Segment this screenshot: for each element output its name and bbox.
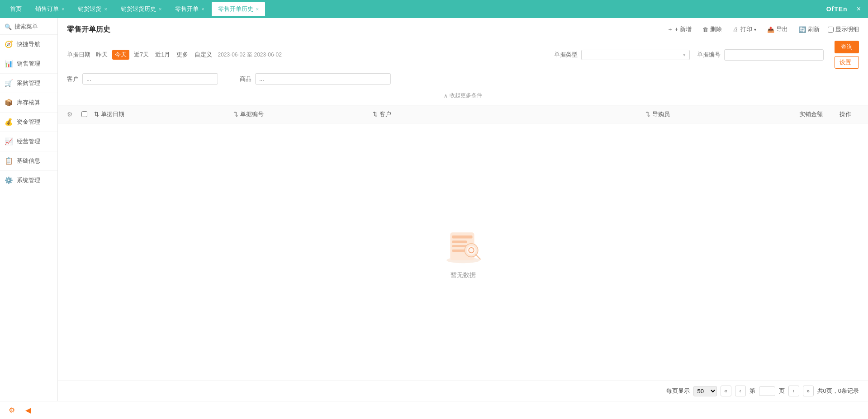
date-shortcut-today[interactable]: 今天 <box>112 50 129 60</box>
tab-close-retail-open-history[interactable]: × <box>256 6 259 12</box>
delete-label: 删除 <box>710 25 722 33</box>
query-button[interactable]: 查询 <box>835 41 859 53</box>
delete-icon: 🗑 <box>702 26 708 33</box>
th-date-text: 单据日期 <box>101 110 124 118</box>
settings-button[interactable]: 设置 <box>835 56 859 69</box>
tab-sales-return[interactable]: 销货退货× <box>71 2 113 16</box>
th-no-sort-icon: ⇅ <box>233 111 238 118</box>
sidebar-label-finance: 资金管理 <box>17 118 40 126</box>
date-shortcut-last1m[interactable]: 近1月 <box>153 50 172 60</box>
th-amount: 实销金额 <box>782 110 827 118</box>
sidebar-items-container: 🧭快捷导航📊销售管理🛒采购管理📦库存核算💰资金管理📈经营管理📋基础信息⚙️系统管… <box>0 35 57 190</box>
sidebar-search-label: 搜索菜单 <box>14 23 38 31</box>
table-area: ⚙ ⇅ 单据日期 ⇅ 单据编号 ⇅ 客户 ⇅ <box>58 105 868 381</box>
product-input[interactable] <box>255 73 391 85</box>
window-close-button[interactable]: × <box>857 5 861 13</box>
page-title: 零售开单历史 <box>67 25 110 34</box>
th-no-text: 单据编号 <box>240 110 264 118</box>
doctype-arrow-icon: ▾ <box>683 52 686 58</box>
export-icon: 📤 <box>767 26 774 33</box>
doctype-select[interactable]: ▾ <box>581 50 690 60</box>
collapse-bar[interactable]: ∧ 收起更多条件 <box>67 89 859 101</box>
tab-label-sales-order: 销售订单 <box>35 5 59 13</box>
toolbar: ＋ + 新增 🗑 删除 🖨 打印 ▾ 📤 导出 <box>664 24 859 35</box>
sidebar-icon-sales-mgmt: 📊 <box>5 60 13 68</box>
tab-sales-return-history[interactable]: 销货退货历史× <box>114 2 168 16</box>
add-button[interactable]: ＋ + 新增 <box>664 24 694 35</box>
th-date: ⇅ 单据日期 <box>91 110 231 118</box>
filter-row-1: 单据日期 昨天今天近7天近1月更多自定义 2023-06-02 至 2023-0… <box>67 41 859 69</box>
refresh-icon: 🔄 <box>799 26 806 33</box>
bottom-collapse-button[interactable]: ◀ <box>22 404 34 417</box>
sidebar-item-operations[interactable]: 📈经营管理 <box>0 132 57 151</box>
docno-input[interactable] <box>724 49 824 61</box>
tab-close-sales-return-history[interactable]: × <box>159 6 161 12</box>
filter-customer-field: 客户 <box>67 73 218 85</box>
svg-rect-2 <box>452 235 472 238</box>
filter-date-field: 单据日期 昨天今天近7天近1月更多自定义 2023-06-02 至 2023-0… <box>67 50 282 60</box>
tab-close-sales-return[interactable]: × <box>104 6 107 12</box>
query-buttons: 查询 设置 <box>835 41 859 69</box>
display-detail-toggle[interactable]: 显示明细 <box>828 25 859 33</box>
sidebar-label-sales-mgmt: 销售管理 <box>17 60 40 68</box>
export-button[interactable]: 📤 导出 <box>764 24 791 35</box>
sidebar-item-quick-nav[interactable]: 🧭快捷导航 <box>0 35 57 54</box>
date-shortcut-last7[interactable]: 近7天 <box>132 50 151 60</box>
tab-close-retail-open[interactable]: × <box>201 6 204 12</box>
tab-sales-order[interactable]: 销售订单× <box>29 2 71 16</box>
date-shortcut-yesterday[interactable]: 昨天 <box>94 50 109 60</box>
customer-input[interactable] <box>82 73 218 85</box>
sidebar-item-finance[interactable]: 💰资金管理 <box>0 113 57 132</box>
table-body: 暂无数据 <box>58 123 868 381</box>
tab-home[interactable]: 首页 <box>4 2 28 16</box>
page-title-row: 零售开单历史 ＋ + 新增 🗑 删除 🖨 打印 ▾ <box>67 24 859 35</box>
th-amount-text: 实销金额 <box>799 111 823 118</box>
per-page-select[interactable]: 102050100 <box>693 386 717 396</box>
sidebar-label-quick-nav: 快捷导航 <box>17 40 40 48</box>
tab-label-sales-return-history: 销货退货历史 <box>121 5 156 13</box>
print-label: 打印 <box>740 25 752 33</box>
date-shortcut-more[interactable]: 更多 <box>175 50 190 60</box>
sidebar-item-inventory[interactable]: 📦库存核算 <box>0 93 57 113</box>
bottom-settings-button[interactable]: ⚙ <box>5 404 18 417</box>
tab-label-home: 首页 <box>10 5 22 13</box>
bottom-bar: ⚙ ◀ <box>0 401 868 419</box>
table-settings-icon[interactable]: ⚙ <box>67 111 73 118</box>
next-page-button[interactable]: › <box>788 386 799 396</box>
date-shortcuts: 昨天今天近7天近1月更多自定义 <box>94 50 214 60</box>
sidebar-search[interactable]: 🔍 搜索菜单 <box>0 18 57 35</box>
first-page-button[interactable]: « <box>721 386 731 396</box>
sidebar-item-purchase-mgmt[interactable]: 🛒采购管理 <box>0 74 57 93</box>
filter-doctype-field: 单据类型 ▾ <box>554 50 690 60</box>
svg-rect-5 <box>452 250 465 252</box>
sidebar-item-sys-mgmt[interactable]: ⚙️系统管理 <box>0 171 57 190</box>
sidebar-item-basic-info[interactable]: 📋基础信息 <box>0 151 57 171</box>
empty-icon <box>441 225 486 266</box>
table-check-all-cell[interactable] <box>77 111 91 117</box>
tab-list: 首页销售订单×销货退货×销货退货历史×零售开单×零售开单历史× <box>4 2 826 16</box>
print-icon: 🖨 <box>733 26 739 33</box>
print-arrow-icon: ▾ <box>754 27 756 32</box>
delete-button[interactable]: 🗑 删除 <box>700 24 725 35</box>
tab-retail-open-history[interactable]: 零售开单历史× <box>212 2 265 16</box>
check-all-checkbox[interactable] <box>81 111 87 117</box>
refresh-button[interactable]: 🔄 刷新 <box>796 24 822 35</box>
page-input[interactable]: 1 <box>759 386 775 396</box>
main-layout: 🔍 搜索菜单 🧭快捷导航📊销售管理🛒采购管理📦库存核算💰资金管理📈经营管理📋基础… <box>0 18 868 401</box>
bottom-collapse-icon: ◀ <box>25 406 31 414</box>
brand-logo: OfTEn <box>826 5 848 13</box>
empty-state: 暂无数据 <box>441 225 486 279</box>
display-detail-checkbox[interactable] <box>828 27 834 33</box>
prev-page-button[interactable]: ‹ <box>735 386 746 396</box>
th-salesperson-text: 导购员 <box>652 110 670 118</box>
tab-close-sales-order[interactable]: × <box>62 6 64 12</box>
last-page-button[interactable]: » <box>803 386 814 396</box>
date-shortcut-custom[interactable]: 自定义 <box>193 50 214 60</box>
sidebar-item-sales-mgmt[interactable]: 📊销售管理 <box>0 54 57 74</box>
tab-retail-open[interactable]: 零售开单× <box>169 2 210 16</box>
table-gear-cell[interactable]: ⚙ <box>62 111 77 118</box>
per-page-label: 每页显示 <box>666 387 690 395</box>
th-customer-sort-icon: ⇅ <box>373 111 378 118</box>
print-button[interactable]: 🖨 打印 ▾ <box>730 24 759 35</box>
sidebar-icon-purchase-mgmt: 🛒 <box>5 79 13 87</box>
